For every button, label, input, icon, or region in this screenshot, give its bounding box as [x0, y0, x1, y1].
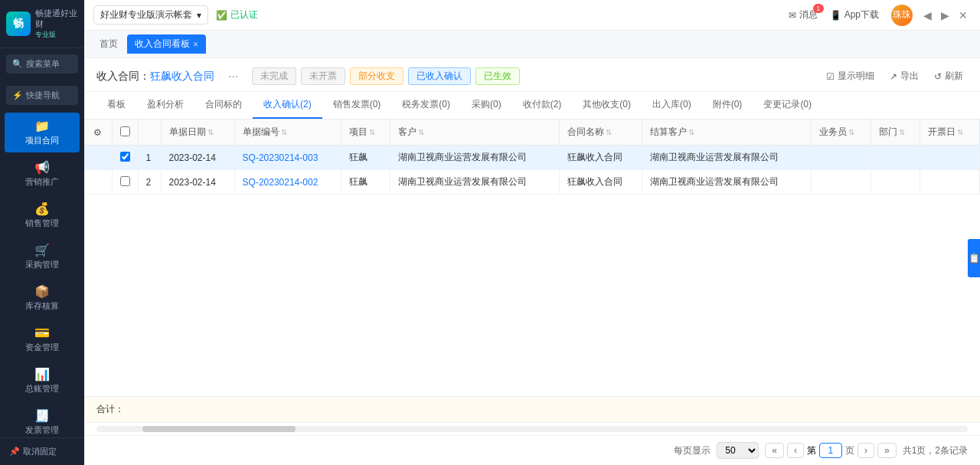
page-suffix: 页 [845, 444, 854, 457]
tab-close-button[interactable]: × [193, 39, 198, 50]
prev-page-button[interactable]: ‹ [787, 443, 804, 458]
nav-back-button[interactable]: ◀ [920, 8, 935, 23]
tab-home[interactable]: 首页 [93, 34, 124, 54]
pin-button[interactable]: 📌 取消固定 [5, 443, 80, 460]
message-button[interactable]: ✉ 消息 1 [789, 8, 818, 21]
action-show-detail[interactable]: ☑显示明细 [822, 68, 879, 84]
row-doc-no-link-1[interactable]: SQ-20230214-002 [243, 177, 318, 188]
user-name: 珠珠 [893, 8, 911, 21]
action-export[interactable]: ↗导出 [885, 68, 923, 84]
subtab-attachment[interactable]: 附件(0) [702, 92, 753, 119]
col-date[interactable]: 单据日期⇅ [161, 120, 234, 146]
sidebar-item-project[interactable]: 📁项目合同 [5, 113, 80, 152]
company-name: 好业财专业版演示帐套 [100, 8, 192, 21]
subtab-payment[interactable]: 收付款(2) [512, 92, 573, 119]
row-checkbox-1[interactable] [112, 170, 138, 195]
table-row[interactable]: 1 2023-02-14 SQ-20230214-003 狂飙 湖南卫视商业运营… [84, 146, 980, 170]
settings-icon[interactable]: ⚙ [93, 127, 102, 138]
sidebar-item-invoice[interactable]: 🧾发票管理 [5, 402, 80, 437]
sidebar-icon-purchase: 🛒 [34, 243, 50, 257]
show-detail-label: 显示明细 [838, 70, 874, 83]
right-panel-toggle[interactable]: 📋 [968, 239, 980, 277]
search-menu-button[interactable]: 🔍 搜索菜单 [6, 54, 78, 74]
row-checkbox-0[interactable] [112, 146, 138, 170]
company-selector[interactable]: 好业财专业版演示帐套 ▾ [93, 5, 208, 25]
col-settlement-customer[interactable]: 结算客户⇅ [642, 120, 811, 146]
action-refresh[interactable]: ↺刷新 [929, 68, 968, 84]
sidebar-item-general[interactable]: 📊总账管理 [5, 361, 80, 401]
sidebar-item-marketing[interactable]: 📢营销推广 [5, 154, 80, 194]
col-project-label: 项目 [349, 126, 368, 139]
app-download-button[interactable]: 📱 App下载 [830, 8, 879, 21]
income-table: ⚙ 单据日期⇅ 单据编号⇅ 项目⇅ [84, 120, 980, 195]
sidebar-icon-general: 📊 [34, 367, 50, 381]
col-salesperson[interactable]: 业务员⇅ [811, 120, 871, 146]
sidebar-icon-project: 📁 [34, 119, 50, 133]
subtab-tax-invoice[interactable]: 税务发票(0) [391, 92, 461, 119]
subtab-kanban[interactable]: 看板 [96, 92, 136, 119]
horizontal-scrollbar[interactable] [84, 422, 980, 435]
status-tag-1[interactable]: 未开票 [301, 67, 345, 85]
col-customer[interactable]: 客户⇅ [390, 120, 559, 146]
row-check-0[interactable] [120, 152, 130, 162]
refresh-icon: ↺ [934, 71, 942, 82]
table-row[interactable]: 2 2023-02-14 SQ-20230214-002 狂飙 湖南卫视商业运营… [84, 170, 980, 195]
status-tag-4[interactable]: 已生效 [475, 67, 520, 85]
col-doc-no-label: 单据编号 [243, 126, 279, 139]
next-page-button[interactable]: › [858, 443, 874, 458]
quick-nav-button[interactable]: ⚡ 快捷导航 [6, 86, 78, 105]
status-tag-0[interactable]: 未完成 [252, 67, 296, 85]
tab-income-board[interactable]: 收入合同看板 × [127, 34, 206, 54]
col-customer-label: 客户 [398, 126, 416, 139]
sidebar-icon-funds: 💳 [34, 326, 50, 340]
nav-forward-button[interactable]: ▶ [938, 8, 952, 23]
sidebar-logo: 畅 畅捷通好业财 专业版 [0, 0, 84, 48]
scrollbar-thumb[interactable] [142, 426, 296, 432]
sidebar-item-sales[interactable]: 💰销售管理 [5, 195, 80, 235]
per-page-select[interactable]: 50 20 100 [717, 442, 759, 459]
row-no-1: 2 [138, 170, 161, 195]
subtab-change-log[interactable]: 变更记录(0) [753, 92, 822, 119]
row-doc-no-0[interactable]: SQ-20230214-003 [234, 146, 341, 170]
sidebar-item-inventory[interactable]: 📦库存核算 [5, 278, 80, 318]
row-doc-no-1[interactable]: SQ-20230214-002 [234, 170, 341, 195]
sidebar-search-section: 🔍 搜索菜单 [0, 48, 84, 80]
status-tags: 未完成未开票部分收支已收入确认已生效 [252, 67, 520, 85]
col-doc-no[interactable]: 单据编号⇅ [234, 120, 341, 146]
page-header-actions: ☑显示明细↗导出↺刷新 [822, 68, 968, 84]
row-settings-0[interactable] [84, 146, 112, 170]
topbar: 好业财专业版演示帐套 ▾ ✅ 已认证 ✉ 消息 1 📱 App下载 珠珠 ◀ ▶ [84, 0, 980, 31]
subtab-purchase[interactable]: 采购(0) [461, 92, 512, 119]
sort-icon: ⇅ [281, 128, 287, 136]
subtab-profit[interactable]: 盈利分析 [136, 92, 194, 119]
status-tag-3[interactable]: 已收入确认 [408, 67, 471, 85]
subtab-other-income[interactable]: 其他收支(0) [572, 92, 642, 119]
pagination-nav: « ‹ 第 1 页 › » [765, 443, 896, 458]
subtab-warehouse[interactable]: 出入库(0) [642, 92, 702, 119]
select-all-checkbox[interactable] [120, 126, 130, 136]
pin-label: 取消固定 [23, 446, 57, 457]
topbar-actions: ✉ 消息 1 📱 App下载 珠珠 [789, 5, 913, 26]
col-project[interactable]: 项目⇅ [341, 120, 390, 146]
first-page-button[interactable]: « [765, 443, 784, 458]
more-options-button[interactable]: ··· [228, 70, 238, 84]
sidebar-item-funds[interactable]: 💳资金管理 [5, 319, 80, 359]
refresh-label: 刷新 [945, 70, 963, 83]
nav-close-button[interactable]: ✕ [956, 8, 971, 23]
col-settings[interactable]: ⚙ [84, 120, 112, 146]
col-open-date[interactable]: 开票日⇅ [920, 120, 979, 146]
row-settings-1[interactable] [84, 170, 112, 195]
subtab-sales-invoice[interactable]: 销售发票(0) [322, 92, 392, 119]
col-salesperson-label: 业务员 [819, 126, 847, 139]
sidebar-item-purchase[interactable]: 🛒采购管理 [5, 237, 80, 277]
subtab-contract-std[interactable]: 合同标的 [194, 92, 253, 119]
subtab-income-confirm[interactable]: 收入确认(2) [253, 92, 322, 119]
col-department[interactable]: 部门⇅ [871, 120, 920, 146]
row-doc-no-link-0[interactable]: SQ-20230214-003 [243, 152, 318, 163]
row-check-1[interactable] [120, 176, 130, 186]
status-tag-2[interactable]: 部分收支 [350, 67, 403, 85]
last-page-button[interactable]: » [877, 443, 897, 458]
search-icon: 🔍 [12, 59, 23, 69]
user-avatar[interactable]: 珠珠 [891, 5, 913, 26]
col-contract-name[interactable]: 合同名称⇅ [559, 120, 642, 146]
